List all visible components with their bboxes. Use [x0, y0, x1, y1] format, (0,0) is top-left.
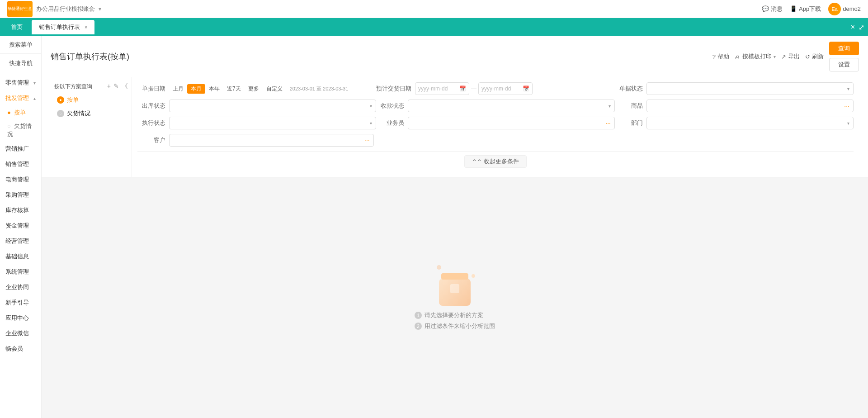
add-plan-icon[interactable]: + [107, 82, 111, 90]
help-icon: ? [712, 53, 716, 60]
filter-exec-status: 执行状态 ▾ [137, 117, 376, 129]
filter-row-1: 单据日期 上月 本月 本年 近7天 更多 自定义 20 [137, 82, 854, 95]
page-actions: ? 帮助 🖨 按模板打印 ▾ ↗ 导出 ↺ 刷新 [712, 42, 859, 71]
window-close-button[interactable]: × [851, 23, 855, 32]
goods-ellipsis-icon[interactable]: ··· [844, 102, 849, 109]
sidebar: 搜索菜单 快捷导航 零售管理 ▾ 批发管理 ▴ ● 按单 ○ 欠货情况 [0, 36, 42, 418]
help-button[interactable]: ? 帮助 [712, 52, 729, 61]
top-bar: 畅捷通好生意 办公用品行业模拟账套 ▾ 💬 消息 📱 App下载 Ea demo… [0, 0, 868, 18]
sidebar-item-purchase[interactable]: 采购管理 [0, 187, 41, 203]
tab-bar-right: × ⤢ [851, 23, 864, 32]
sidebar-search-label: 搜索菜单 [4, 41, 38, 49]
dept-select[interactable]: ▾ [646, 117, 854, 129]
date-label: 单据日期 [137, 85, 169, 93]
filter-goods: 商品 ··· [615, 100, 854, 112]
sidebar-item-marketing[interactable]: 营销推广 [0, 141, 41, 157]
sidebar-item-basic-info[interactable]: 基础信息 [0, 249, 41, 264]
chevron-down-icon: ▾ [609, 104, 611, 109]
plan-item-shortage[interactable]: ○ 欠货情况 [54, 108, 128, 119]
filter-plan-panel: 按以下方案查询 + ✎ 《 ● 按单 ○ 欠货情况 [51, 77, 132, 177]
date-tab-last-month[interactable]: 上月 [169, 84, 187, 94]
collapse-button[interactable]: ⌃⌃ 收起更多条件 [464, 155, 527, 168]
breadcrumb-chevron-icon[interactable]: ▾ [99, 6, 101, 12]
sidebar-subitem-by-order[interactable]: ● 按单 [0, 106, 41, 119]
sidebar-item-wholesale[interactable]: 批发管理 ▴ [0, 90, 41, 106]
sidebar-item-sales[interactable]: 销售管理 [0, 157, 41, 172]
refresh-icon: ↺ [805, 53, 810, 60]
expected-date-label: 预计交货日期 [376, 85, 415, 93]
date-tab-7days[interactable]: 近7天 [223, 84, 245, 94]
collapse-row: ⌃⌃ 收起更多条件 [137, 151, 854, 171]
message-button[interactable]: 💬 消息 [762, 5, 783, 13]
table-area: 1 请先选择要分析的方案 2 用过滤条件来缩小分析范围 [42, 177, 868, 418]
doc-status-select[interactable]: ▾ [646, 82, 854, 95]
sidebar-item-system[interactable]: 系统管理 [0, 264, 41, 280]
staff-ellipsis-icon[interactable]: ··· [605, 119, 611, 127]
refresh-button[interactable]: ↺ 刷新 [805, 52, 824, 61]
query-button[interactable]: 查询 [829, 42, 859, 55]
expected-date-to[interactable]: yyyy-mm-dd 📅 [478, 82, 533, 95]
exec-status-label: 执行状态 [137, 119, 169, 127]
tab-close-icon[interactable]: × [85, 24, 87, 30]
filter-doc-status: 单据状态 ▾ [615, 82, 854, 95]
sidebar-item-operations[interactable]: 经营管理 [0, 233, 41, 249]
tab-sales-order[interactable]: 销售订单执行表 × [32, 20, 94, 34]
filter-plan-icons: + ✎ 《 [107, 82, 128, 90]
sidebar-item-guide[interactable]: 新手引导 [0, 295, 41, 310]
tab-home[interactable]: 首页 [4, 20, 30, 34]
filter-customer: 客户 ··· [137, 134, 374, 147]
query-settings-group: 查询 设置 [829, 42, 859, 71]
collapse-icon: ⌃⌃ [472, 158, 482, 165]
sidebar-item-finance[interactable]: 资金管理 [0, 218, 41, 233]
sidebar-item-enterprise-wechat[interactable]: 企业微信 [0, 326, 41, 341]
staff-select[interactable]: ··· [408, 117, 615, 129]
filter-row-3: 执行状态 ▾ 业务员 [137, 117, 854, 129]
print-icon: 🖨 [735, 53, 741, 60]
plan-bullet-icon: ● [57, 96, 64, 104]
sidebar-item-member[interactable]: 畅会员 [0, 341, 41, 356]
sidebar-item-ecommerce[interactable]: 电商管理 [0, 172, 41, 187]
user-menu[interactable]: Ea demo2 [828, 3, 861, 15]
filter-row-2: 出库状态 ▾ 收款状态 [137, 100, 854, 112]
collapse-plan-icon[interactable]: 《 [122, 82, 128, 90]
customer-ellipsis-icon[interactable]: ··· [364, 137, 370, 144]
expected-date-control: yyyy-mm-dd 📅 — yyyy-mm-dd 📅 [415, 82, 615, 95]
chevron-down-icon: ▴ [33, 96, 36, 101]
app-download-button[interactable]: 📱 App下载 [790, 5, 821, 13]
goods-control: ··· [646, 100, 854, 112]
plan-item-by-order[interactable]: ● 按单 [54, 94, 128, 106]
sidebar-item-retail[interactable]: 零售管理 ▾ [0, 75, 41, 90]
empty-steps: 1 请先选择要分析的方案 2 用过滤条件来缩小分析范围 [415, 311, 495, 330]
sidebar-item-inventory[interactable]: 库存核算 [0, 203, 41, 218]
export-button[interactable]: ↗ 导出 [781, 52, 800, 61]
filter-pay-status: 收款状态 ▾ [376, 100, 615, 112]
edit-plan-icon[interactable]: ✎ [113, 82, 119, 90]
step-2-icon: 2 [415, 323, 422, 330]
exec-status-select[interactable]: ▾ [169, 117, 376, 129]
sidebar-items: 零售管理 ▾ 批发管理 ▴ ● 按单 ○ 欠货情况 营销推广 销售管理 [0, 73, 41, 358]
date-tab-custom[interactable]: 自定义 [263, 84, 286, 94]
chevron-down-icon: ▾ [370, 104, 372, 109]
top-bar-left: 畅捷通好生意 办公用品行业模拟账套 ▾ [7, 1, 101, 17]
date-tab-this-year[interactable]: 本年 [205, 84, 223, 94]
date-tab-more[interactable]: 更多 [245, 84, 263, 94]
settings-button[interactable]: 设置 [829, 58, 859, 71]
date-range-text: 2023-03-01 至 2023-03-31 [290, 86, 349, 92]
page-title: 销售订单执行表(按单) [51, 51, 129, 62]
breadcrumb: 办公用品行业模拟账套 [36, 5, 95, 13]
window-maximize-button[interactable]: ⤢ [859, 23, 864, 32]
date-tab-this-month[interactable]: 本月 [187, 84, 205, 94]
customer-select[interactable]: ··· [169, 134, 374, 147]
customer-label: 客户 [137, 136, 169, 144]
print-button[interactable]: 🖨 按模板打印 ▾ [735, 52, 776, 61]
sidebar-item-enterprise[interactable]: 企业协同 [0, 280, 41, 295]
sidebar-item-app-center[interactable]: 应用中心 [0, 310, 41, 326]
goods-label: 商品 [615, 102, 646, 110]
expected-date-from[interactable]: yyyy-mm-dd 📅 [415, 82, 469, 95]
exec-status-control: ▾ [169, 117, 376, 129]
export-icon: ↗ [781, 53, 786, 60]
pay-status-select[interactable]: ▾ [408, 100, 615, 112]
goods-select[interactable]: ··· [646, 100, 854, 112]
ship-status-select[interactable]: ▾ [169, 100, 376, 112]
sidebar-subitem-shortage[interactable]: ○ 欠货情况 [0, 119, 41, 141]
